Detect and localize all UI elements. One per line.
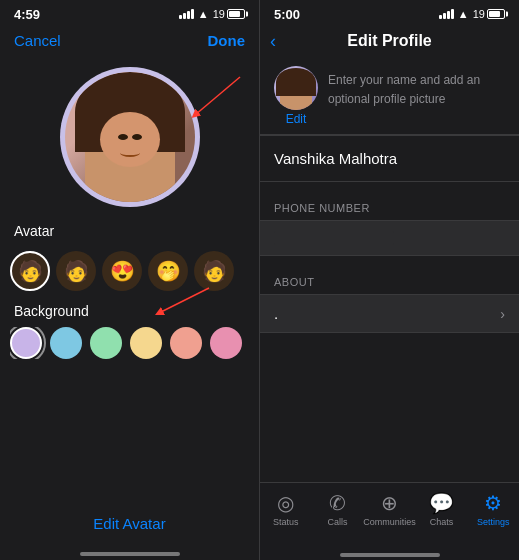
- back-button[interactable]: ‹: [270, 31, 276, 52]
- done-button[interactable]: Done: [208, 32, 246, 49]
- color-option-salmon[interactable]: [170, 327, 202, 359]
- communities-tab-label: Communities: [363, 517, 416, 527]
- time-right: 5:00: [274, 7, 300, 22]
- avatar-row: 🧑 🧑 😍 ❤ 🤭 🧑: [10, 247, 249, 295]
- calls-tab-label: Calls: [327, 517, 347, 527]
- signal-icon: [179, 9, 194, 19]
- avatar-option-2[interactable]: 🧑: [56, 251, 96, 291]
- profile-edit-row: Edit Enter your name and add an optional…: [260, 58, 519, 135]
- settings-tab-label: Settings: [477, 517, 510, 527]
- top-nav-right: ‹ Edit Profile: [260, 28, 519, 58]
- settings-icon: ⚙: [484, 491, 502, 515]
- battery-left: 19: [213, 8, 245, 20]
- phone-number-value: [274, 231, 394, 245]
- memoji-display: [65, 72, 195, 202]
- status-icons-right: ▲ 19: [439, 8, 505, 20]
- right-panel: 5:00 ▲ 19 ‹ Edit Profile: [259, 0, 519, 560]
- avatar-circle: [60, 67, 200, 207]
- color-option-green[interactable]: [90, 327, 122, 359]
- status-icons-left: ▲ 19: [179, 8, 245, 20]
- color-option-purple[interactable]: [10, 327, 42, 359]
- status-icon: ◎: [277, 491, 294, 515]
- battery-right: 19: [473, 8, 505, 20]
- cancel-button[interactable]: Cancel: [14, 32, 61, 49]
- status-tab-label: Status: [273, 517, 299, 527]
- color-row: [10, 327, 249, 359]
- avatar-option-1[interactable]: 🧑: [10, 251, 50, 291]
- edit-photo-button[interactable]: Edit: [286, 112, 307, 126]
- background-label: Background: [10, 303, 249, 319]
- wifi-icon-right: ▲: [458, 8, 469, 20]
- name-section: [260, 135, 519, 182]
- avatar-option-5[interactable]: 🧑: [194, 251, 234, 291]
- communities-icon: ⊕: [381, 491, 398, 515]
- color-option-yellow[interactable]: [130, 327, 162, 359]
- home-indicator-right: [260, 552, 519, 560]
- status-bar-left: 4:59 ▲ 19: [0, 0, 259, 28]
- calls-icon: ✆: [329, 491, 346, 515]
- tab-settings[interactable]: ⚙ Settings: [467, 489, 519, 527]
- avatar-section-label: Avatar: [10, 223, 249, 239]
- tab-chats[interactable]: 💬 Chats: [416, 489, 468, 527]
- background-section: Background: [0, 303, 259, 371]
- wifi-icon: ▲: [198, 8, 209, 20]
- tab-status[interactable]: ◎ Status: [260, 489, 312, 527]
- avatar-options-section: Avatar 🧑 🧑 😍 ❤ 🤭 🧑: [0, 223, 259, 303]
- signal-icon-right: [439, 9, 454, 19]
- about-label: ABOUT: [274, 276, 314, 288]
- chats-tab-label: Chats: [430, 517, 454, 527]
- profile-thumb-container: Edit: [274, 66, 318, 126]
- phone-number-section: PHONE NUMBER: [260, 198, 519, 256]
- about-field[interactable]: . ›: [260, 294, 519, 333]
- phone-number-label: PHONE NUMBER: [274, 202, 370, 214]
- time-left: 4:59: [14, 7, 40, 22]
- about-chevron-icon: ›: [500, 306, 505, 322]
- about-value: .: [274, 305, 278, 322]
- avatar-option-3[interactable]: 😍 ❤: [102, 251, 142, 291]
- profile-hint-container: Enter your name and add an optional prof…: [328, 66, 505, 108]
- edit-avatar-section: Edit Avatar: [0, 499, 259, 552]
- chats-icon: 💬: [429, 491, 454, 515]
- home-indicator-left: [0, 552, 259, 560]
- svg-line-1: [195, 77, 240, 115]
- avatar-display-section: [0, 57, 259, 223]
- avatar-option-4[interactable]: 🤭: [148, 251, 188, 291]
- profile-hint-text: Enter your name and add an optional prof…: [328, 73, 480, 106]
- phone-number-field[interactable]: [260, 220, 519, 256]
- color-option-pink[interactable]: [210, 327, 242, 359]
- profile-picture[interactable]: [274, 66, 318, 110]
- page-title: Edit Profile: [347, 32, 431, 50]
- color-option-blue[interactable]: [50, 327, 82, 359]
- tab-communities[interactable]: ⊕ Communities: [363, 489, 416, 527]
- status-bar-right: 5:00 ▲ 19: [260, 0, 519, 28]
- name-input[interactable]: [274, 146, 505, 171]
- tab-bar: ◎ Status ✆ Calls ⊕ Communities 💬 Chats ⚙…: [260, 482, 519, 552]
- top-nav-left: Cancel Done: [0, 28, 259, 57]
- left-panel: 4:59 ▲ 19 Cancel Done: [0, 0, 259, 560]
- battery-icon: [227, 9, 245, 19]
- battery-icon-right: [487, 9, 505, 19]
- edit-avatar-button[interactable]: Edit Avatar: [93, 515, 165, 532]
- about-section: ABOUT . ›: [260, 272, 519, 333]
- tab-calls[interactable]: ✆ Calls: [312, 489, 364, 527]
